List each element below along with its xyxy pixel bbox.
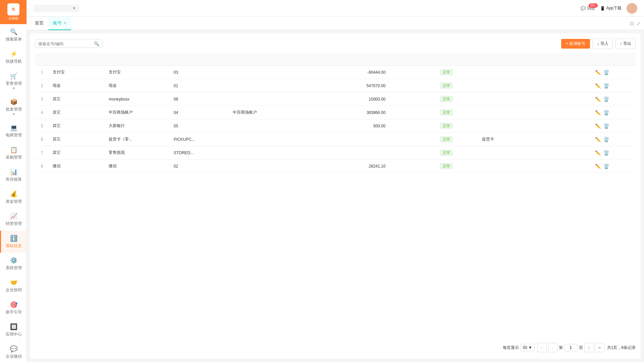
bank-col-header[interactable]: ⇅开户银行 [229, 53, 293, 66]
tab-close-icon[interactable]: ✕ [64, 21, 66, 25]
delete-button[interactable]: 🗑️ [603, 83, 609, 88]
sidebar-item-wecom[interactable]: 💬 企业微信 [0, 341, 26, 362]
row-status: 正常 [436, 79, 478, 93]
settings-col-header[interactable]: ⚙ [35, 53, 49, 66]
sidebar-item-operations[interactable]: 📈 经营管理 [0, 208, 26, 231]
code-col-header[interactable]: ⇅账号编码 [170, 53, 229, 66]
row-settlement [519, 106, 591, 119]
type-col-header[interactable]: ⇅账号类型 [49, 53, 105, 66]
logo-icon: 悦 [7, 3, 19, 15]
sidebar-item-quicknav[interactable]: ⚡ 快捷导航 [0, 46, 26, 68]
sidebar-item-collab[interactable]: 🤝 企业协同 [0, 275, 26, 297]
row-usage [389, 119, 436, 133]
tab-account[interactable]: 账号 ✕ [48, 17, 71, 30]
delete-button[interactable]: 🗑️ [603, 123, 609, 129]
row-id: 6 [35, 133, 49, 146]
delete-button[interactable]: 🗑️ [603, 150, 609, 156]
app-download-button[interactable]: 📱 App下载 [600, 5, 622, 11]
row-id: 1 [35, 66, 49, 79]
row-code: 05 [170, 119, 229, 133]
sidebar-item-ecommerce[interactable]: 💻 电商管理 [0, 120, 26, 142]
add-account-button[interactable]: + 新增账号 [561, 39, 590, 49]
sidebar-item-search[interactable]: 🔍 搜索菜单 [0, 24, 26, 46]
usage-col-header[interactable]: ⇅使用... [389, 53, 436, 66]
last-page-button[interactable]: » [595, 343, 604, 352]
page-size-dropdown[interactable]: 50 ▼ [520, 344, 534, 351]
row-actions: ✏️ 🗑️ [591, 93, 636, 106]
sidebar-item-label: 电商管理 [6, 132, 22, 138]
row-bank [229, 146, 293, 160]
tab-home[interactable]: 首页 [30, 17, 48, 30]
sidebar-item-retail[interactable]: 🛒 零售管理 ▼ [0, 68, 26, 94]
delete-button[interactable]: 🗑️ [603, 97, 609, 102]
row-status: 正常 [436, 146, 478, 160]
row-actions: ✏️ 🗑️ [591, 106, 636, 119]
row-usage [389, 106, 436, 119]
status-col-header[interactable]: ⇅状态 [436, 53, 478, 66]
row-account [293, 133, 333, 146]
total-label: 共1页，8条记录 [607, 345, 636, 351]
sidebar-item-system[interactable]: ⚙️ 系统管理 [0, 253, 26, 275]
tab-expand-icon[interactable]: ⤢ [637, 21, 641, 26]
status-badge: 正常 [440, 136, 453, 142]
user-avatar[interactable] [627, 3, 637, 14]
tab-collapse-icon[interactable]: ⊡ [630, 21, 634, 26]
header-search[interactable]: ▼ [34, 5, 79, 12]
edit-button[interactable]: ✏️ [595, 110, 601, 115]
balance-col-header[interactable]: ⇅最新余额 [333, 53, 389, 66]
sidebar-item-label: 应用中心 [6, 331, 22, 337]
first-page-button[interactable]: « [537, 343, 547, 352]
row-remark [478, 79, 519, 93]
edit-button[interactable]: ✏️ [595, 97, 601, 102]
edit-button[interactable]: ✏️ [595, 83, 601, 88]
delete-button[interactable]: 🗑️ [603, 110, 609, 115]
message-button[interactable]: 💬 消息 99+ [581, 5, 595, 11]
toolbar: 🔍 + 新增账号 ↓ 导入 ↑ 导出 [35, 39, 636, 49]
table-body: 1 支付宝 支付宝 03 -90444.00 正常 ✏️ 🗑️ 2 现金 现金 … [35, 66, 636, 173]
sidebar-item-appcenter[interactable]: 🔲 应用中心 [0, 319, 26, 341]
edit-button[interactable]: ✏️ [595, 137, 601, 142]
delete-button[interactable]: 🗑️ [603, 164, 609, 169]
sidebar-item-label: 新手引导 [6, 309, 22, 315]
top-header: ▼ 💬 消息 99+ 📱 App下载 [27, 0, 644, 17]
edit-button[interactable]: ✏️ [595, 70, 601, 75]
sidebar-item-wholesale[interactable]: 📦 批发管理 ▼ [0, 94, 26, 120]
name-col-header[interactable]: ⇅账号名称 [105, 53, 169, 66]
row-settlement [519, 146, 591, 160]
edit-button[interactable]: ✏️ [595, 123, 601, 129]
dropdown-arrow-icon[interactable]: ▼ [72, 6, 76, 11]
sidebar-item-guide[interactable]: 🎯 新手引导 [0, 297, 26, 319]
account-search-input[interactable] [38, 42, 92, 46]
prev-page-button[interactable]: ‹ [548, 343, 557, 352]
account-col-header[interactable]: ⇅账号 [293, 53, 333, 66]
sidebar-item-finance[interactable]: 💰 资金管理 [0, 186, 26, 208]
delete-button[interactable]: 🗑️ [603, 70, 609, 75]
import-button[interactable]: ↓ 导入 [593, 39, 613, 49]
delete-button[interactable]: 🗑️ [603, 137, 609, 142]
page-size-value: 50 [523, 345, 527, 350]
row-settlement [519, 160, 591, 173]
header-search-input[interactable] [37, 6, 70, 11]
sidebar-item-basic-info[interactable]: ℹ️ 基础信息 [0, 231, 26, 253]
sidebar-item-label: 资金管理 [6, 199, 22, 204]
row-name: 现金 [105, 79, 169, 93]
tab-account-label: 账号 [53, 20, 62, 26]
sidebar-item-inventory[interactable]: 📊 库存核算 [0, 164, 26, 186]
export-button[interactable]: ↑ 导出 [615, 39, 636, 49]
toolbar-left: 🔍 [35, 40, 102, 48]
account-search-box[interactable]: 🔍 [35, 40, 102, 48]
edit-button[interactable]: ✏️ [595, 150, 601, 156]
main-area: ▼ 💬 消息 99+ 📱 App下载 首页 账号 ✕ ⊡ ⤢ [27, 0, 644, 362]
settlement-col-header[interactable]: ⇅默认结算方式 [519, 53, 591, 66]
next-page-button[interactable]: › [584, 343, 594, 352]
remark-col-header[interactable]: ⇅备注 [478, 53, 519, 66]
sidebar-item-purchase[interactable]: 📋 采购管理 [0, 142, 26, 164]
page-number-input[interactable] [564, 344, 578, 351]
status-badge: 正常 [440, 96, 453, 102]
status-badge: 正常 [440, 82, 453, 89]
system-icon: ⚙️ [10, 257, 17, 264]
page-suffix: 页 [579, 345, 583, 351]
export-label: 导出 [623, 41, 631, 47]
row-account [293, 160, 333, 173]
edit-button[interactable]: ✏️ [595, 164, 601, 169]
